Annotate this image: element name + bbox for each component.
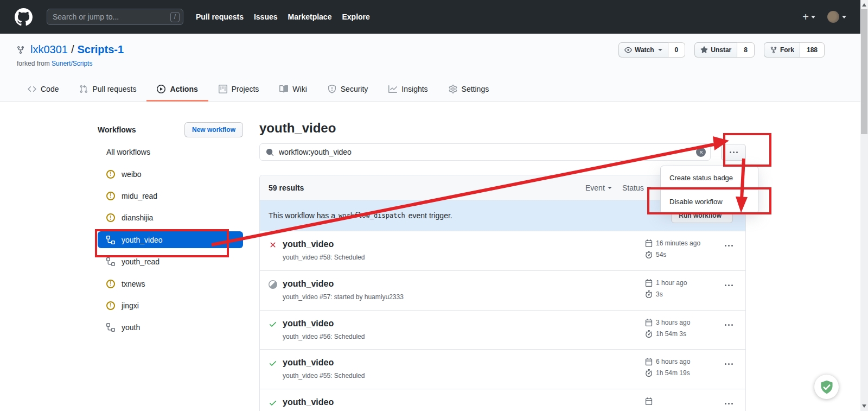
- tab-projects[interactable]: Projects: [208, 78, 270, 102]
- sidebar-item-youth-video[interactable]: youth_video: [98, 231, 243, 248]
- nav-issues[interactable]: Issues: [254, 12, 278, 21]
- run-title-link[interactable]: youth_video: [283, 397, 334, 407]
- repo-owner-link[interactable]: lxk0301: [30, 43, 68, 56]
- run-title-link[interactable]: youth_video: [283, 358, 334, 368]
- watch-count[interactable]: 0: [668, 42, 686, 58]
- status-filter-dropdown[interactable]: Status: [622, 184, 651, 192]
- clear-search-button[interactable]: [696, 147, 706, 157]
- run-duration: 54s: [656, 251, 666, 258]
- calendar-icon: [645, 358, 653, 365]
- nav-marketplace[interactable]: Marketplace: [288, 12, 332, 21]
- star-group: Unstar 8: [694, 42, 755, 58]
- sidebar-item-midu-read[interactable]: ! midu_read: [98, 185, 243, 207]
- workflow-options-kebab-button[interactable]: [721, 144, 746, 161]
- workflow-item-label: youth_read: [122, 257, 159, 266]
- run-title-link[interactable]: youth_video: [283, 319, 334, 328]
- workflow-item-label: txnews: [122, 280, 145, 288]
- run-row: youth_video youth_video #57: started by …: [260, 271, 745, 311]
- run-title-link[interactable]: youth_video: [283, 239, 334, 249]
- menu-item-create-status-badge[interactable]: Create status badge: [661, 169, 758, 187]
- tab-settings[interactable]: Settings: [438, 78, 500, 102]
- runs-search-input[interactable]: [279, 148, 691, 156]
- run-options-kebab[interactable]: [717, 279, 740, 310]
- workflow-item-label: midu_read: [122, 192, 157, 200]
- scroll-down-icon[interactable]: [862, 404, 866, 408]
- run-options-kebab[interactable]: [717, 239, 740, 270]
- run-subtitle: youth_video #55: Scheduled: [283, 372, 645, 380]
- sidebar-item-all-workflows[interactable]: All workflows: [98, 141, 243, 163]
- pull-request-icon: [79, 85, 88, 93]
- star-count[interactable]: 8: [737, 42, 755, 58]
- workflow-item-label: dianshijia: [122, 213, 153, 222]
- new-workflow-button[interactable]: New workflow: [184, 122, 243, 137]
- chevron-down-icon: [647, 187, 651, 189]
- scrollbar[interactable]: [860, 0, 868, 411]
- adguard-badge[interactable]: [814, 375, 839, 399]
- kebab-icon: [725, 284, 726, 286]
- global-search: /: [47, 9, 183, 25]
- tab-code[interactable]: Code: [17, 78, 69, 102]
- scrollbar-thumb[interactable]: [861, 9, 867, 134]
- fork-note: forked from Sunert/Scripts: [17, 60, 92, 67]
- workflow-runs-main: youth_video 59 results Event: [259, 118, 746, 411]
- chevron-down-icon: [658, 49, 662, 51]
- event-filter-dropdown[interactable]: Event: [585, 184, 612, 192]
- tab-wiki[interactable]: Wiki: [269, 78, 317, 102]
- fork-note-text: forked from: [17, 60, 50, 67]
- repo-name-link[interactable]: Scripts-1: [78, 43, 124, 56]
- tab-pull-requests[interactable]: Pull requests: [69, 78, 146, 102]
- nav-explore[interactable]: Explore: [342, 12, 369, 21]
- user-menu[interactable]: [827, 11, 846, 23]
- event-filter-label: Event: [585, 184, 605, 192]
- run-options-kebab[interactable]: [717, 319, 740, 350]
- sidebar-item-txnews[interactable]: ! txnews: [98, 273, 243, 294]
- tab-security[interactable]: Security: [317, 78, 379, 102]
- fork-button[interactable]: Fork: [764, 42, 800, 58]
- repo-tabs: Code Pull requests Actions Projects Wiki…: [17, 78, 499, 102]
- chevron-down-icon: [811, 16, 815, 18]
- unstar-label: Unstar: [711, 46, 731, 54]
- sidebar-item-dianshijia[interactable]: ! dianshijia: [98, 207, 243, 229]
- calendar-icon: [645, 397, 653, 405]
- gear-icon: [449, 85, 457, 93]
- tab-label: Wiki: [292, 85, 307, 93]
- tab-label: Security: [341, 85, 368, 93]
- tab-label: Projects: [232, 85, 259, 93]
- workflow-item-label: youth_video: [122, 236, 163, 244]
- scroll-up-icon[interactable]: [862, 3, 866, 7]
- github-logo-icon[interactable]: [15, 8, 33, 26]
- fork-source-link[interactable]: Sunert/Scripts: [52, 60, 92, 67]
- run-duration: 1h 54m 3s: [656, 330, 686, 338]
- run-meta: 6 hours ago 1h 54m 19s: [645, 358, 717, 389]
- watch-button[interactable]: Watch: [618, 42, 668, 58]
- run-row: youth_video youth_video #55: Scheduled 6…: [260, 350, 745, 389]
- run-options-kebab[interactable]: [717, 397, 740, 411]
- stopwatch-icon: [645, 251, 653, 258]
- tab-actions[interactable]: Actions: [146, 78, 208, 102]
- header-nav: Pull requests Issues Marketplace Explore: [196, 12, 370, 21]
- create-new-menu[interactable]: +: [802, 11, 815, 23]
- workflow-item-label: weibo: [122, 170, 142, 179]
- sidebar-item-youth-read[interactable]: youth_read: [98, 251, 243, 273]
- stopwatch-icon: [645, 330, 653, 338]
- workflow-icon: [106, 257, 115, 266]
- tab-insights[interactable]: Insights: [378, 78, 438, 102]
- play-circle-icon: [157, 85, 165, 93]
- unstar-button[interactable]: Unstar: [694, 42, 737, 58]
- run-title-link[interactable]: youth_video: [283, 279, 334, 289]
- chevron-down-icon: [842, 16, 846, 18]
- repo-fork-icon: [770, 46, 777, 54]
- menu-item-disable-workflow[interactable]: Disable workflow: [661, 193, 758, 211]
- run-row: youth_video: [260, 389, 745, 411]
- sidebar-item-weibo[interactable]: ! weibo: [98, 163, 243, 185]
- nav-pull-requests[interactable]: Pull requests: [196, 12, 244, 21]
- slash-shortcut-key: /: [170, 12, 180, 22]
- sidebar-item-youth[interactable]: youth: [98, 317, 243, 338]
- run-meta: 16 minutes ago 54s: [645, 239, 717, 270]
- workflow-item-label: jingxi: [122, 301, 139, 310]
- fork-count[interactable]: 188: [800, 42, 825, 58]
- sidebar-item-jingxi[interactable]: ! jingxi: [98, 295, 243, 317]
- eye-icon: [624, 46, 632, 54]
- global-search-input[interactable]: [53, 12, 170, 21]
- run-options-kebab[interactable]: [717, 358, 740, 389]
